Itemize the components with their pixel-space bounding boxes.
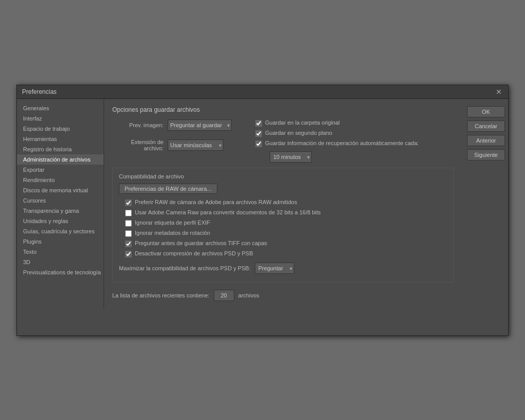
- check-usar-camera-row: Usar Adobe Camera Raw para convertir doc…: [125, 209, 447, 216]
- next-button[interactable]: Siguiente: [467, 149, 505, 161]
- minutes-select-wrapper: 5 minutos 10 minutos 15 minutos 30 minut…: [270, 151, 312, 163]
- main-content: Opciones para guardar archivos Prev. ima…: [104, 99, 462, 308]
- extension-select-wrapper: Usar minúsculas Usar mayúsculas: [168, 139, 224, 151]
- sidebar: GeneralesInterfazEspacio de trabajoHerra…: [17, 99, 104, 308]
- sidebar-item-unidades-y-reglas[interactable]: Unidades y reglas: [17, 216, 104, 226]
- check-preferir-raw[interactable]: [125, 199, 132, 206]
- prev-imagen-select[interactable]: Preguntar al guardar Nunca guardar Siemp…: [168, 119, 232, 131]
- recent-files-row: La lista de archivos recientes contiene:…: [112, 290, 454, 301]
- check-preguntar-tiff[interactable]: [125, 241, 132, 247]
- compat-checkboxes: Preferir RAW de cámara de Adobe para arc…: [125, 199, 447, 257]
- compat-section-box: Compatibilidad de archivo Preferencias d…: [112, 168, 454, 283]
- check-desactivar-psd-row: Desactivar compresión de archivos PSD y …: [125, 250, 447, 257]
- sidebar-item-plugins[interactable]: Plugins: [17, 236, 104, 247]
- sidebar-item-rendimiento[interactable]: Rendimiento: [17, 175, 104, 185]
- sidebar-item-registro-de-historia[interactable]: Registro de historia: [17, 144, 104, 154]
- compat-psd-label: Maximizar la compatibilidad de archivos …: [119, 265, 251, 271]
- section-save-title: Opciones para guardar archivos: [112, 106, 454, 113]
- check-preferir-raw-row: Preferir RAW de cámara de Adobe para arc…: [125, 199, 447, 206]
- recent-files-suffix: archivos: [238, 292, 259, 298]
- sidebar-item-generales[interactable]: Generales: [17, 103, 104, 113]
- sidebar-item-discos-de-memoria-virtual[interactable]: Discos de memoria virtual: [17, 185, 104, 195]
- sidebar-item-cursores[interactable]: Cursores: [17, 195, 104, 206]
- prev-button[interactable]: Anterior: [467, 135, 505, 146]
- recent-files-label: La lista de archivos recientes contiene:: [112, 292, 210, 298]
- check-preguntar-tiff-row: Preguntar antes de guardar archivos TIFF…: [125, 240, 447, 247]
- compat-section-title: Compatibilidad de archivo: [119, 173, 447, 179]
- check-segundo-label: Guardar en segundo plano: [265, 130, 332, 136]
- check-recuperacion-label: Guardar información de recuperación auto…: [265, 140, 419, 146]
- sidebar-item-interfaz[interactable]: Interfaz: [17, 113, 104, 124]
- check-segundo-row: Guardar en segundo plano: [255, 130, 419, 137]
- check-usar-camera[interactable]: [125, 210, 132, 216]
- dialog-body: GeneralesInterfazEspacio de trabajoHerra…: [17, 99, 508, 308]
- sidebar-item-administración-de-archivos[interactable]: Administración de archivos: [17, 154, 104, 165]
- sidebar-item-previsualizations-de-tecnología[interactable]: Previsualizations de tecnología: [17, 267, 104, 277]
- compat-select[interactable]: Preguntar Nunca Siempre: [255, 263, 294, 274]
- prev-imagen-label: Prev. imagen:: [112, 122, 164, 128]
- check-ignorar-exif-row: Ignorar etiqueta de perfil EXIF: [125, 219, 447, 227]
- sidebar-item-exportar[interactable]: Exportar: [17, 165, 104, 175]
- sidebar-item-transparencia-y-gama[interactable]: Transparencia y gama: [17, 206, 104, 216]
- check-recuperacion-row: Guardar información de recuperación auto…: [255, 140, 419, 147]
- dialog-title: Preferencias: [22, 88, 56, 95]
- close-button[interactable]: ✕: [495, 88, 503, 95]
- check-recuperacion[interactable]: [255, 141, 262, 147]
- prev-imagen-select-wrapper: Preguntar al guardar Nunca guardar Siemp…: [168, 119, 232, 131]
- cancel-button[interactable]: Cancelar: [467, 121, 505, 132]
- top-checkboxes: Guardar en la carpeta original Guardar e…: [255, 119, 419, 163]
- extension-select[interactable]: Usar minúsculas Usar mayúsculas: [168, 139, 224, 151]
- preferences-dialog: Preferencias ✕ GeneralesInterfazEspacio …: [16, 85, 509, 336]
- check-segundo-plano[interactable]: [255, 130, 262, 137]
- check-ignorar-meta-row: Ignorar metadatos de rotación: [125, 230, 447, 237]
- check-ignorar-exif[interactable]: [125, 220, 132, 227]
- compat-select-wrapper: Preguntar Nunca Siempre: [255, 263, 294, 274]
- ok-button[interactable]: OK: [467, 106, 505, 117]
- raw-preferences-button[interactable]: Preferencias de RAW de cámara...: [119, 184, 217, 194]
- sidebar-item-texto[interactable]: Texto: [17, 247, 104, 257]
- check-carpeta-row: Guardar en la carpeta original: [255, 119, 419, 127]
- check-desactivar-psd[interactable]: [125, 251, 132, 257]
- extension-label: Extensión de archivo:: [112, 139, 164, 151]
- check-usar-camera-label: Usar Adobe Camera Raw para convertir doc…: [135, 209, 321, 215]
- extension-row: Extensión de archivo: Usar minúsculas Us…: [112, 139, 232, 151]
- check-ignorar-exif-label: Ignorar etiqueta de perfil EXIF: [135, 219, 210, 226]
- check-preguntar-tiff-label: Preguntar antes de guardar archivos TIFF…: [135, 240, 267, 246]
- sidebar-item-3d[interactable]: 3D: [17, 257, 104, 267]
- compat-psd-row: Maximizar la compatibilidad de archivos …: [119, 263, 447, 274]
- check-ignorar-meta-label: Ignorar metadatos de rotación: [135, 230, 210, 236]
- sidebar-item-espacio-de-trabajo[interactable]: Espacio de trabajo: [17, 124, 104, 134]
- sidebar-item-herramientas[interactable]: Herramientas: [17, 134, 104, 144]
- check-carpeta-original[interactable]: [255, 120, 262, 127]
- buttons-panel: OK Cancelar Anterior Siguiente: [462, 99, 508, 308]
- check-ignorar-meta[interactable]: [125, 230, 132, 237]
- check-preferir-raw-label: Preferir RAW de cámara de Adobe para arc…: [135, 199, 297, 205]
- check-carpeta-label: Guardar en la carpeta original: [265, 119, 340, 126]
- check-desactivar-psd-label: Desactivar compresión de archivos PSD y …: [135, 250, 253, 256]
- prev-imagen-row: Prev. imagen: Preguntar al guardar Nunca…: [112, 119, 232, 131]
- minutes-select[interactable]: 5 minutos 10 minutos 15 minutos 30 minut…: [270, 151, 312, 163]
- recent-files-input[interactable]: [214, 290, 234, 301]
- titlebar: Preferencias ✕: [17, 85, 508, 99]
- sidebar-item-guías,-cuadrícula-y-sectores[interactable]: Guías, cuadrícula y sectores: [17, 226, 104, 236]
